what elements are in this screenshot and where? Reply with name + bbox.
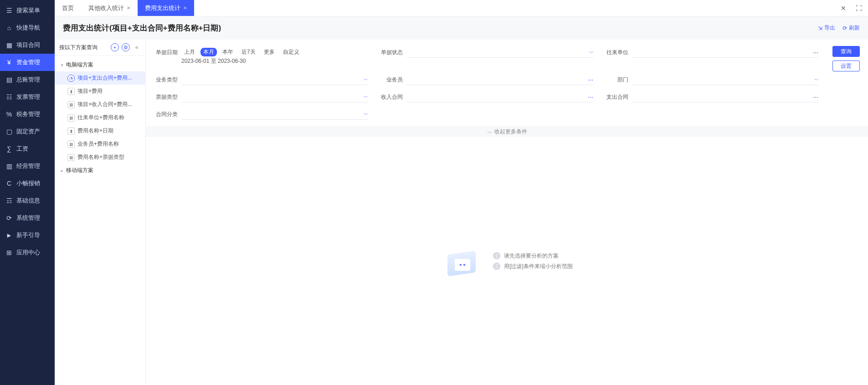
sidebar-item-12[interactable]: ⟳系统管理 [0,209,55,227]
tree-leaf-0-5[interactable]: ▦业务员+费用名称 [55,137,145,151]
leaf-label: 项目+收入合同+费用... [77,101,132,108]
tab-1[interactable]: 其他收入统计✕ [81,0,138,16]
sidebar-label: 新手引导 [16,231,40,239]
sidebar-item-8[interactable]: ∑工资 [0,140,55,157]
sidebar-icon: % [5,111,13,118]
filter-label: 票据类型 [154,92,181,101]
date-option[interactable]: 本月 [200,48,217,56]
filter-section: 单据日期上月本月本年近7天更多自定义2023-06-01 至 2023-06-3… [146,40,868,385]
plan-panel: 按以下方案查询 + ⚙ « ▾电脑端方案◔项目+支出合同+费用...▮项目+费用… [55,40,146,385]
refresh-label: 刷新 [849,24,860,32]
filter-input[interactable]: ﹀ [181,110,368,120]
tree-leaf-0-2[interactable]: ▦项目+收入合同+费用... [55,98,145,111]
sidebar-icon: ☶ [5,197,13,204]
sidebar-label: 资金管理 [16,58,40,66]
date-option[interactable]: 更多 [261,48,277,56]
empty-step-2: 2用[过滤]条件来缩小分析范围 [493,263,573,270]
tree-leaf-0-0[interactable]: ◔项目+支出合同+费用... [55,71,145,85]
filter-input[interactable]: ﹀ [406,48,593,58]
tab-close-icon[interactable]: ✕ [183,5,187,10]
leaf-icon: ▦ [67,114,75,122]
tree-leaf-0-6[interactable]: ▦费用名称+票据类型 [55,151,145,164]
leaf-icon: ◔ [67,75,75,82]
filter-label: 单据日期 [154,48,181,56]
empty-state: 1请先选择要分析的方案 2用[过滤]条件来缩小分析范围 [146,137,868,385]
filter-部门: 部门﹀ [605,71,819,89]
sidebar-item-4[interactable]: ▤总账管理 [0,71,55,88]
filter-input[interactable]: ⋯ [406,92,593,102]
filter-input[interactable]: ﹀ [181,75,368,85]
add-plan-button[interactable]: + [111,43,119,51]
sidebar-icon: ▥ [5,162,13,170]
tab-close-icon[interactable]: ✕ [127,5,130,10]
sidebar-label: 搜索菜单 [16,6,40,15]
tree-leaf-0-3[interactable]: ▦往来单位+费用名称 [55,111,145,124]
sidebar-label: 发票管理 [16,93,40,101]
fullscreen-icon[interactable]: ⛶ [853,3,864,14]
date-option[interactable]: 上月 [181,48,198,56]
tree-group-0[interactable]: ▾电脑端方案 [55,58,145,71]
sidebar-icon: ☷ [5,93,13,101]
sidebar-item-6[interactable]: %税务管理 [0,106,55,123]
sidebar-label: 基础信息 [16,197,40,205]
sidebar-item-10[interactable]: C小畅报销 [0,175,55,192]
export-button[interactable]: ⇲ 导出 [818,24,835,32]
sidebar-item-7[interactable]: ▢固定资产 [0,123,55,140]
tree-group-1[interactable]: ▸移动端方案 [55,164,145,177]
tab-label: 其他收入统计 [88,4,124,12]
filter-label: 收入合同 [379,92,406,101]
refresh-icon: ⟳ [842,25,847,31]
filter-label: 部门 [605,75,632,84]
filter-label: 支出合同 [605,92,632,101]
sidebar-item-11[interactable]: ☶基础信息 [0,192,55,209]
date-option[interactable]: 本年 [220,48,236,56]
sidebar-item-13[interactable]: ►新手引导 [0,227,55,244]
filter-往来单位: 往来单位⋯ [605,44,819,71]
sidebar-item-5[interactable]: ☷发票管理 [0,88,55,106]
sidebar-icon: ⟳ [5,214,13,222]
date-option[interactable]: 近7天 [239,48,258,56]
sidebar-label: 经营管理 [16,162,40,170]
sidebar-label: 系统管理 [16,214,40,222]
main-area: 首页其他收入统计✕费用支出统计✕ ✕ ⛶ 费用支出统计(项目+支出合同+费用名称… [55,0,868,385]
caret-icon: ▾ [61,63,63,67]
tree-leaf-0-1[interactable]: ▮项目+费用 [55,85,145,98]
tree-group-label: 电脑端方案 [66,61,93,69]
sidebar-label: 项目合同 [16,41,40,49]
sidebar-icon: ▢ [5,128,13,135]
main-sidebar: ☰搜索菜单⌂快捷导航▦项目合同¥资金管理▤总账管理☷发票管理%税务管理▢固定资产… [0,0,55,385]
tab-0[interactable]: 首页 [55,0,81,16]
filter-label: 合同分类 [154,110,181,118]
close-icon[interactable]: ✕ [838,3,849,14]
filter-input[interactable]: ⋯ [632,48,819,58]
sidebar-item-3[interactable]: ¥资金管理 [0,54,55,71]
date-option[interactable]: 自定义 [280,48,302,56]
sidebar-item-14[interactable]: ⊞应用中心 [0,244,55,261]
sidebar-item-1[interactable]: ⌂快捷导航 [0,19,55,36]
tab-2[interactable]: 费用支出统计✕ [138,0,194,16]
sidebar-item-2[interactable]: ▦项目合同 [0,36,55,54]
plan-settings-button[interactable]: ⚙ [122,43,130,51]
sidebar-icon: ∑ [5,145,13,152]
refresh-button[interactable]: ⟳ 刷新 [842,24,860,32]
leaf-icon: ▦ [67,101,75,108]
filter-input[interactable]: ﹀ [181,92,368,102]
page-title: 费用支出统计(项目+支出合同+费用名称+日期) [63,23,221,33]
collapse-plan-icon[interactable]: « [133,43,141,51]
filter-label: 业务员 [379,75,406,84]
tab-label: 首页 [62,4,74,12]
filter-票据类型: 票据类型﹀ [154,89,368,106]
sidebar-icon: ⌂ [5,24,13,31]
query-button[interactable]: 查询 [832,46,860,57]
tree-leaf-0-4[interactable]: ▮费用名称+日期 [55,124,145,137]
collapse-filters-button[interactable]: ︿ 收起更多条件 [146,126,868,137]
settings-button[interactable]: 设置 [832,61,860,71]
sidebar-item-9[interactable]: ▥经营管理 [0,157,55,175]
leaf-icon: ▦ [67,154,75,161]
filter-input[interactable]: ⋯ [406,75,593,85]
filter-input[interactable]: ﹀ [632,75,819,85]
leaf-label: 项目+支出合同+费用... [77,74,132,82]
sidebar-item-0[interactable]: ☰搜索菜单 [0,2,55,19]
filter-input[interactable]: ⋯ [632,92,819,102]
sidebar-label: 总账管理 [16,76,40,84]
